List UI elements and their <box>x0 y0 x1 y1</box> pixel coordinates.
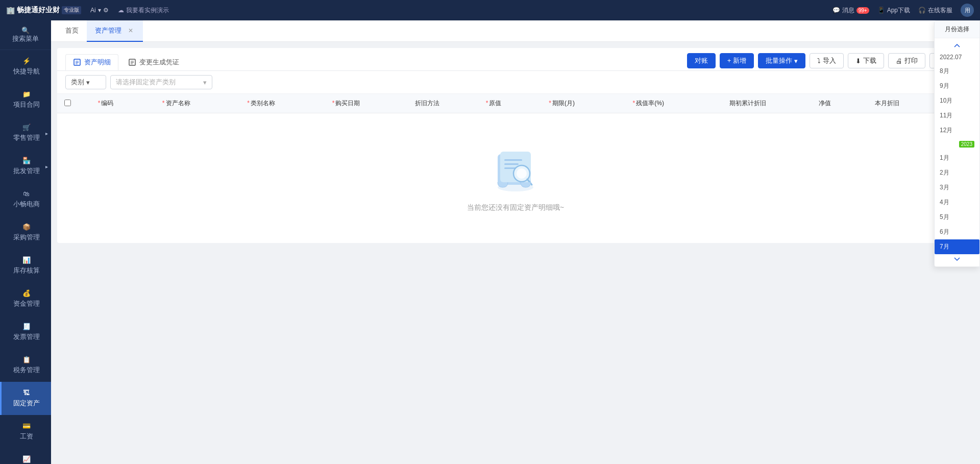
download-button[interactable]: ⬇ 下载 <box>848 53 884 68</box>
sidebar-item-retail[interactable]: 🛒 零售管理 ▸ <box>0 116 51 150</box>
import-button[interactable]: ⤵ 导入 <box>810 53 844 68</box>
batch-label: 批量操作 <box>766 56 792 65</box>
svg-point-15 <box>517 168 527 179</box>
th-asset-name: *资产名称 <box>134 94 218 113</box>
th-monthly-depreciation: 本月折旧 <box>849 94 926 113</box>
month-8-label: 8月 <box>940 67 949 76</box>
sidebar-item-inventory[interactable]: 📊 库存核算 <box>0 249 51 282</box>
month-11[interactable]: 11月 <box>935 108 979 123</box>
import-icon: ⤵ <box>817 57 821 65</box>
app-edition: 专业版 <box>62 6 81 14</box>
batch-button[interactable]: 批量操作 ▾ <box>758 53 805 68</box>
th-residual-rate: *残值率(%) <box>602 94 695 113</box>
search-icon: 🔍 <box>4 27 47 34</box>
month-nav-down[interactable] <box>952 254 962 264</box>
sidebar-item-fixed-assets[interactable]: 🏗 固定资产 <box>0 382 51 415</box>
fixed-assets-icon: 🏗 <box>23 389 30 397</box>
tab-home[interactable]: 首页 <box>57 20 87 42</box>
month-7[interactable]: 7月 <box>935 239 979 254</box>
month-8[interactable]: 8月 <box>935 64 979 79</box>
headset-icon: 🎧 <box>918 7 926 14</box>
month-4-label: 4月 <box>940 198 949 207</box>
th-period-months: *期限(月) <box>522 94 602 113</box>
month-year-2022[interactable]: 2022.07 <box>935 51 979 64</box>
wholesale-arrow-icon: ▸ <box>45 163 48 169</box>
app-brand: 🏢 畅捷通好业财 专业版 <box>6 6 81 15</box>
category-type-select[interactable]: 类别 ▾ <box>65 75 106 89</box>
message-button[interactable]: 💬 消息 99+ <box>832 6 869 15</box>
th-net-value: 净值 <box>801 94 849 113</box>
sidebar-item-quick-nav[interactable]: ⚡ 快捷导航 <box>0 50 51 83</box>
print-button[interactable]: 🖨 打印 <box>888 53 925 68</box>
th-category-name: *类别名称 <box>218 94 303 113</box>
project-label: 项目合同 <box>13 100 40 109</box>
month-5[interactable]: 5月 <box>935 210 979 225</box>
th-code: *编码 <box>78 94 134 113</box>
asset-detail-label: 资产明细 <box>84 58 111 67</box>
app-download-button[interactable]: 📱 App下载 <box>877 6 910 15</box>
svg-rect-12 <box>504 163 519 165</box>
main-layout: 🔍 搜索菜单 ⚡ 快捷导航 📁 项目合同 🛒 零售管理 ▸ 🏪 批发管理 ▸ 🛍… <box>0 20 980 464</box>
print-label: 打印 <box>904 56 918 65</box>
message-icon: 💬 <box>832 7 840 14</box>
sidebar-search[interactable]: 🔍 搜索菜单 <box>0 20 51 50</box>
reconcile-button[interactable]: 对账 <box>687 53 716 68</box>
sub-tab-change-voucher[interactable]: 变更生成凭证 <box>120 54 187 70</box>
asset-tab-label: 资产管理 <box>95 26 121 35</box>
add-label: + 新增 <box>727 56 746 65</box>
sidebar-item-ecommerce[interactable]: 🛍 小畅电商 <box>0 183 51 216</box>
month-picker-header: 月份选择 <box>935 21 979 38</box>
month-6-label: 6月 <box>940 228 949 236</box>
inventory-icon: 📊 <box>22 256 31 264</box>
invoice-label: 发票管理 <box>13 332 40 341</box>
th-depreciation-method: 折旧方法 <box>388 94 465 113</box>
message-label: 消息 <box>842 6 854 15</box>
current-year-label: 2022.07 <box>940 54 962 61</box>
sidebar-item-project[interactable]: 📁 项目合同 <box>0 83 51 116</box>
month-1[interactable]: 1月 <box>935 151 979 165</box>
sidebar-item-invoice[interactable]: 🧾 发票管理 <box>0 315 51 349</box>
sidebar-item-salary[interactable]: 💳 工资 <box>0 415 51 448</box>
category-dropdown-icon: ▾ <box>203 79 207 86</box>
month-2[interactable]: 2月 <box>935 165 979 180</box>
month-4[interactable]: 4月 <box>935 195 979 210</box>
month-1-label: 1月 <box>940 154 949 162</box>
select-all-checkbox[interactable] <box>64 100 71 106</box>
sidebar-item-purchase[interactable]: 📦 采购管理 <box>0 216 51 249</box>
add-button[interactable]: + 新增 <box>720 53 754 68</box>
month-9[interactable]: 9月 <box>935 79 979 93</box>
purchase-label: 采购管理 <box>13 233 40 242</box>
sub-tab-asset-detail[interactable]: 资产明细 <box>65 54 118 70</box>
sidebar-item-management[interactable]: 📈 经营管理 <box>0 448 51 464</box>
tab-asset-management[interactable]: 资产管理 ✕ <box>87 20 143 42</box>
category-select[interactable]: 请选择固定资产类别 ▾ <box>110 75 212 89</box>
print-icon: 🖨 <box>896 57 902 65</box>
salary-icon: 💳 <box>22 422 31 430</box>
change-voucher-label: 变更生成凭证 <box>139 58 179 67</box>
month-3-label: 3月 <box>940 183 949 192</box>
month-year-2023[interactable]: 2023 <box>935 138 979 151</box>
empty-state: 当前您还没有固定资产明细哦~ <box>57 113 974 243</box>
month-7-label: 7月 <box>940 242 949 251</box>
month-2-label: 2月 <box>940 168 949 177</box>
month-nav-up[interactable] <box>952 40 962 51</box>
sidebar-item-wholesale[interactable]: 🏪 批发管理 ▸ <box>0 150 51 183</box>
tab-close-button[interactable]: ✕ <box>127 27 135 35</box>
sidebar-item-finance[interactable]: 💰 资金管理 <box>0 282 51 315</box>
settings-icon[interactable]: ⚙ <box>103 7 109 14</box>
sidebar-item-tax[interactable]: 📋 税务管理 <box>0 349 51 382</box>
month-12[interactable]: 12月 <box>935 123 979 138</box>
month-10-label: 10月 <box>940 96 952 105</box>
import-label: 导入 <box>823 56 836 65</box>
user-avatar[interactable]: 用 <box>961 4 974 17</box>
th-accumulated-depreciation: 期初累计折旧 <box>695 94 800 113</box>
svg-rect-11 <box>504 159 522 161</box>
company-selector[interactable]: Ai ▾ ⚙ <box>90 7 109 14</box>
month-10[interactable]: 10月 <box>935 93 979 108</box>
demo-text: 我要看实例演示 <box>126 6 169 15</box>
download-icon: ⬇ <box>855 57 861 65</box>
month-6[interactable]: 6月 <box>935 225 979 239</box>
online-service-button[interactable]: 🎧 在线客服 <box>918 6 952 15</box>
month-3[interactable]: 3月 <box>935 180 979 195</box>
demo-link[interactable]: ☁ 我要看实例演示 <box>118 6 169 15</box>
